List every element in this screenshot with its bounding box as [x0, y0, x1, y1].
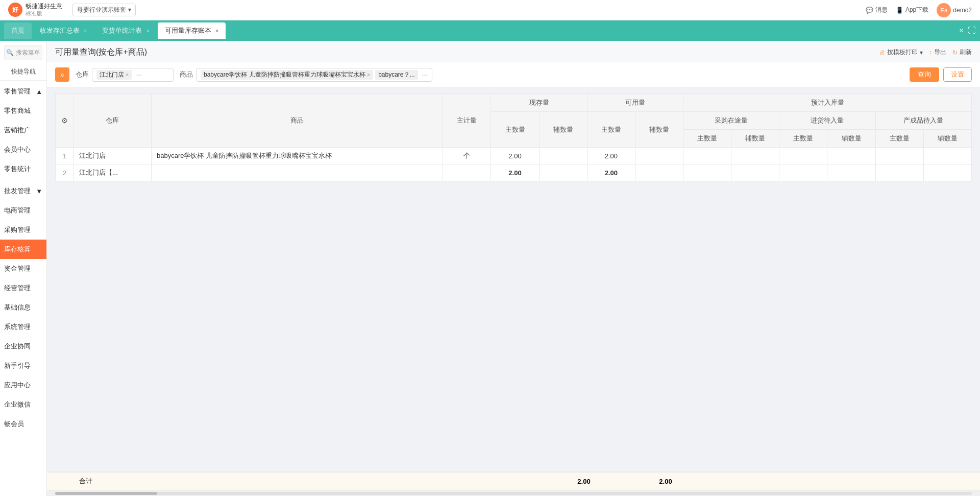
export-btn[interactable]: ↑ 导出 [929, 48, 946, 57]
row-unit [443, 164, 491, 181]
refresh-icon: ↻ [952, 49, 958, 56]
data-table: ⚙ 仓库 商品 主计量 现存量 可用量 预计入库量 主数量 辅数量 主数量 辅数… [55, 93, 972, 181]
tab-home-label: 首页 [11, 26, 24, 35]
total-stock-main: 2.00 [564, 473, 604, 490]
table-header-avail-main: 主数量 [587, 112, 635, 148]
tab-order-stats-label: 要货单统计表 [102, 26, 142, 35]
chevron-icon: ▲ [36, 88, 42, 96]
close-icon[interactable]: × [84, 28, 87, 34]
search-icon: 🔍 [6, 49, 14, 56]
search-menu-btn[interactable]: 🔍 搜索菜单 [4, 45, 42, 60]
product-tag2-value: babycare？... [378, 70, 414, 79]
app-download-btn[interactable]: 📱 App下载 [896, 6, 928, 14]
filter-actions: 查询 设置 [910, 67, 972, 82]
app-download-label: App下载 [905, 6, 928, 14]
sidebar-item-app-center[interactable]: 应用中心 [0, 375, 46, 395]
row-avail-aux [635, 164, 683, 181]
refresh-btn[interactable]: ↻ 刷新 [952, 48, 972, 57]
sidebar-item-member[interactable]: 畅会员 [0, 414, 46, 434]
table-header-forecast-group: 预计入库量 [683, 94, 972, 112]
product-tag1-value: babycare学饮杯 儿童防摔防撞吸管杯重力球吸嘴杯宝宝水杯 [204, 70, 365, 79]
scrollbar-thumb[interactable] [55, 492, 157, 495]
scrollbar-area[interactable] [47, 490, 980, 496]
username: demo2 [953, 7, 972, 14]
logo-text-block: 畅捷通好生意 标准版 [26, 3, 62, 17]
product-tag1-delete[interactable]: × [367, 72, 370, 78]
row-stock-main: 2.00 [491, 148, 539, 164]
sidebar-item-new-guide[interactable]: 新手引导 [0, 356, 46, 375]
total-purchase-aux [768, 473, 808, 490]
sidebar-item-marketing[interactable]: 营销推广 [0, 121, 46, 140]
table-row: 2 江北门店【... 2.00 2.00 [56, 164, 972, 181]
table-header-unit: 主计量 [443, 94, 491, 148]
table-header-purchase-aux: 辅数量 [731, 130, 779, 148]
gear-icon: ⚙ [61, 116, 68, 125]
table-header-purchase-group: 采购在途量 [683, 112, 779, 130]
warehouse-label: 仓库 [76, 70, 89, 79]
sidebar-item-retail-mgmt[interactable]: 零售管理 ▲ [0, 82, 46, 101]
page-header: 可用量查询(按仓库+商品) 🖨 按模板打印 ▾ ↑ 导出 ↻ 刷新 [47, 41, 980, 62]
close-icon[interactable]: × [215, 28, 218, 34]
table-header-inbound-group: 进货待入量 [779, 112, 875, 130]
query-button[interactable]: 查询 [910, 67, 939, 82]
total-table: 合计 2.00 2.00 [55, 473, 972, 490]
row-avail-aux [635, 148, 683, 164]
table-header-prod-main: 主数量 [875, 130, 923, 148]
total-inbound-aux [849, 473, 890, 490]
more-options-icon[interactable]: ··· [136, 70, 142, 79]
sidebar-item-base-info[interactable]: 基础信息 [0, 298, 46, 317]
sidebar-item-wholesale-mgmt[interactable]: 批发管理 ▼ [0, 181, 46, 201]
sidebar-item-inventory[interactable]: 库存核算 [0, 240, 46, 259]
print-label: 按模板打印 [887, 48, 918, 57]
sidebar-item-enterprise[interactable]: 企业协同 [0, 337, 46, 356]
message-btn[interactable]: 💬 消息 [866, 6, 888, 14]
tab-available-stock[interactable]: 可用量库存账本 × [158, 22, 226, 39]
user-profile[interactable]: Ea demo2 [937, 3, 972, 17]
sidebar-item-purchase-mgmt[interactable]: 采购管理 [0, 220, 46, 240]
table-header-stock-main: 主数量 [491, 112, 539, 148]
row-prod-main [875, 148, 923, 164]
row-prod-aux [923, 164, 971, 181]
total-prod-aux [931, 473, 972, 490]
sidebar-item-member-center[interactable]: 会员中心 [0, 140, 46, 159]
total-label: 合计 [74, 473, 125, 490]
settings-button[interactable]: 设置 [943, 67, 972, 82]
industry-selector[interactable]: 母婴行业演示账套 ▾ [72, 4, 136, 16]
tab-home[interactable]: 首页 [4, 22, 32, 39]
warehouse-input[interactable]: 江北门店 × ··· [92, 68, 174, 82]
tab-receive-summary[interactable]: 收发存汇总表 × [33, 22, 94, 39]
expand-icon: » [60, 70, 64, 79]
total-prod-main [890, 473, 931, 490]
print-btn[interactable]: 🖨 按模板打印 ▾ [879, 48, 923, 57]
fullscreen-icon[interactable]: ⛶ [968, 26, 976, 35]
more-options2-icon[interactable]: ··· [422, 70, 428, 79]
print-icon: 🖨 [879, 49, 885, 56]
warehouse-filter: 仓库 江北门店 × ··· [76, 68, 174, 82]
row-purchase-aux [731, 164, 779, 181]
close-all-icon[interactable]: × [959, 26, 964, 35]
row-num: 1 [56, 148, 74, 164]
row-avail-main: 2.00 [587, 164, 635, 181]
sidebar-item-ops-mgmt[interactable]: 经营管理 [0, 278, 46, 298]
expand-filter-btn[interactable]: » [55, 67, 69, 82]
sidebar-item-enterprise-wx[interactable]: 企业微信 [0, 395, 46, 414]
product-input[interactable]: babycare学饮杯 儿童防摔防撞吸管杯重力球吸嘴杯宝宝水杯 × babyca… [196, 68, 432, 82]
warehouse-tag-delete[interactable]: × [126, 72, 129, 78]
product-filter: 商品 babycare学饮杯 儿童防摔防撞吸管杯重力球吸嘴杯宝宝水杯 × bab… [180, 68, 432, 82]
row-purchase-main [683, 148, 731, 164]
total-avail-main: 2.00 [645, 473, 686, 490]
table-header-gear[interactable]: ⚙ [56, 94, 74, 148]
sidebar-item-ecom-mgmt[interactable]: 电商管理 [0, 201, 46, 220]
chevron-down-icon: ▾ [920, 49, 923, 56]
table-header-purchase-main: 主数量 [683, 130, 731, 148]
sidebar-item-retail-mall[interactable]: 零售商城 [0, 101, 46, 121]
tab-order-stats[interactable]: 要货单统计表 × [95, 22, 156, 39]
table-header-warehouse: 仓库 [74, 94, 152, 148]
sidebar-item-retail-stats[interactable]: 零售统计 [0, 159, 46, 179]
row-stock-main: 2.00 [491, 164, 539, 181]
sidebar-item-quick-nav[interactable]: 快捷导航 [0, 64, 46, 79]
close-icon[interactable]: × [146, 28, 149, 34]
sidebar-item-finance[interactable]: 资金管理 [0, 259, 46, 278]
total-row: 合计 2.00 2.00 [55, 473, 972, 490]
sidebar-item-sys-mgmt[interactable]: 系统管理 [0, 317, 46, 337]
